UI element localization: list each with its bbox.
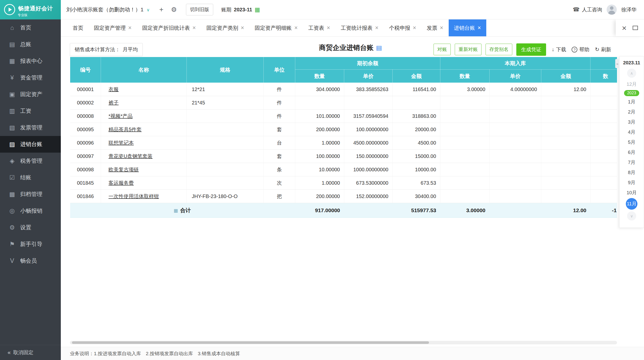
tabbar: 首页固定资产管理×固定资产折旧统计表×固定资产类别×固定资产明细账×工资表×工资… <box>61 19 644 37</box>
sidebar-item-1[interactable]: ▤总账 <box>0 36 61 53</box>
calendar-month-9月[interactable]: 9月 <box>620 178 644 188</box>
fullscreen-icon[interactable] <box>633 26 638 30</box>
item-name-link[interactable]: 裤子 <box>109 100 119 105</box>
gear-icon[interactable]: ⚙ <box>171 6 177 13</box>
tab-close-icon[interactable]: × <box>128 25 131 31</box>
sidebar-item-3[interactable]: ¥资金管理 <box>0 69 61 86</box>
tab-4[interactable]: 固定资产明细账× <box>249 19 303 36</box>
horizontal-scrollbar[interactable] <box>70 341 617 344</box>
tab-8[interactable]: 发票× <box>421 19 448 36</box>
sidebar-item-7[interactable]: ▨进销台账 <box>0 136 61 153</box>
calendar-month-3月[interactable]: 3月 <box>620 117 644 127</box>
sidebar-item-2[interactable]: ▦报表中心 <box>0 53 61 69</box>
cell-in_price <box>490 96 541 109</box>
tab-6[interactable]: 工资统计报表× <box>335 19 384 36</box>
add-icon[interactable]: + <box>159 6 163 13</box>
tab-5[interactable]: 工资表× <box>303 19 335 36</box>
calendar-icon[interactable]: ▦ <box>255 6 260 13</box>
calendar-month-2月[interactable]: 2月 <box>620 107 644 117</box>
download-button[interactable]: ↓ 下载 <box>552 46 566 53</box>
tab-2[interactable]: 固定资产折旧统计表× <box>137 19 201 36</box>
sidebar-item-5[interactable]: ▥工资 <box>0 103 61 119</box>
scroll-up-icon[interactable]: ∧ <box>627 69 636 78</box>
total-in-qty: 3.00000 <box>440 203 490 218</box>
stock-alias-button[interactable]: 存货别名 <box>486 44 512 55</box>
support-link[interactable]: ☎ 人工咨询 <box>573 6 602 13</box>
tab-label: 工资统计报表 <box>341 24 372 32</box>
cell-code: 000008 <box>70 109 101 123</box>
item-name-link[interactable]: 联想笔记本 <box>109 140 134 146</box>
tab-close-icon[interactable]: × <box>241 25 244 31</box>
calendar-month-6月[interactable]: 6月 <box>620 147 644 157</box>
tab-9[interactable]: 进销台账× <box>449 19 486 36</box>
re-reconcile-button[interactable]: 重新对账 <box>455 44 481 55</box>
cell-next-partial <box>591 163 617 176</box>
cell-open_price: 100.00000000 <box>344 123 393 136</box>
tab-close-icon[interactable]: × <box>440 25 443 31</box>
sidebar-item-13[interactable]: ⚑新手引导 <box>0 236 61 253</box>
sidebar-item-4[interactable]: ▣固定资产 <box>0 86 61 103</box>
switch-old-version-button[interactable]: 切到旧版 <box>186 4 213 15</box>
calendar-month-5月[interactable]: 5月 <box>620 137 644 147</box>
cell-next-partial <box>591 176 617 190</box>
account-switcher[interactable]: 刘小艳演示账套（勿删勿动！）1 ∨ <box>66 6 150 13</box>
refresh-button[interactable]: ↻ 刷新 <box>595 46 611 53</box>
period-value[interactable]: 2023-11 <box>234 7 252 13</box>
generate-voucher-button[interactable]: 生成凭证 <box>516 43 546 56</box>
cell-open_qty: 200.00000 <box>295 190 344 203</box>
sidebar-item-14[interactable]: Ⅴ畅会员 <box>0 253 61 269</box>
reconcile-button[interactable]: 对账 <box>434 44 451 55</box>
sidebar-item-label: 归档管理 <box>20 190 42 198</box>
cell-in_qty <box>440 136 490 150</box>
purchase-sales-icon: ▨ <box>9 141 16 148</box>
document-icon[interactable]: ▤ <box>376 44 382 51</box>
calendar-entry-label: 5月 <box>628 139 635 146</box>
tab-0[interactable]: 首页 <box>67 19 89 36</box>
item-name-link[interactable]: 青花瓷U盘钢笔套装 <box>109 153 152 159</box>
calendar-month-10月[interactable]: 10月 <box>620 188 644 198</box>
calendar-month-11月[interactable]: 11月 <box>620 198 644 210</box>
help-button[interactable]: ? 帮助 <box>572 46 589 53</box>
scroll-down-icon[interactable]: ∨ <box>627 211 636 220</box>
sidebar-item-label: 固定资产 <box>20 91 42 98</box>
collapse-panel-icon[interactable]: » <box>615 59 620 68</box>
item-name-link[interactable]: 精品茶具5件套 <box>109 127 142 132</box>
tab-close-icon[interactable]: × <box>478 25 481 31</box>
cell-open_amount <box>393 96 440 109</box>
item-name-link[interactable]: 一次性使用活体取样钳 <box>109 193 159 199</box>
tab-close-icon[interactable]: × <box>413 25 416 31</box>
calendar-month-7月[interactable]: 7月 <box>620 157 644 168</box>
calendar-month-4月[interactable]: 4月 <box>620 127 644 137</box>
tab-3[interactable]: 固定资产类别× <box>201 19 249 36</box>
item-name-link[interactable]: *视频*产品 <box>109 113 133 119</box>
tab-close-icon[interactable]: × <box>192 25 196 31</box>
tab-7[interactable]: 个税申报× <box>384 19 421 36</box>
cell-open_qty: 10.00000 <box>295 163 344 176</box>
sidebar-item-10[interactable]: ▩归档管理 <box>0 186 61 203</box>
cost-method-box: 销售成本计算方法： 月平均 <box>70 43 143 56</box>
tab-close-icon[interactable]: × <box>327 25 330 31</box>
tab-close-icon[interactable]: × <box>375 25 378 31</box>
tab-1[interactable]: 固定资产管理× <box>89 19 137 36</box>
sidebar-item-0[interactable]: ⌂首页 <box>0 19 61 36</box>
sidebar-item-8[interactable]: ◈税务管理 <box>0 153 61 169</box>
total-open-qty: 917.00000 <box>295 203 344 218</box>
username[interactable]: 徐泽华 <box>621 6 636 13</box>
close-all-tabs-icon[interactable]: × <box>622 24 627 32</box>
calendar-month-8月[interactable]: 8月 <box>620 168 644 178</box>
avatar[interactable] <box>607 5 617 15</box>
sidebar-item-11[interactable]: ◎小畅报销 <box>0 203 61 219</box>
calendar-month-1月[interactable]: 1月 <box>620 97 644 107</box>
scrollbar-thumb[interactable] <box>72 341 429 344</box>
item-name-link[interactable]: 衣服 <box>109 87 119 92</box>
unpin-button[interactable]: « 取消固定 <box>0 345 61 360</box>
sidebar-item-9[interactable]: ☑结账 <box>0 169 61 186</box>
calendar-month-12月[interactable]: 12月 <box>620 79 644 89</box>
item-name-link[interactable]: 客运服务费 <box>109 180 134 186</box>
sidebar-item-label: 发票管理 <box>20 124 42 131</box>
item-name-link[interactable]: 欧美复古项链 <box>109 167 139 172</box>
sidebar-item-6[interactable]: ▧发票管理 <box>0 119 61 136</box>
sidebar-item-12[interactable]: ⚙设置 <box>0 219 61 236</box>
total-label-cell: ▦合计 <box>101 203 264 218</box>
tab-close-icon[interactable]: × <box>294 25 298 31</box>
